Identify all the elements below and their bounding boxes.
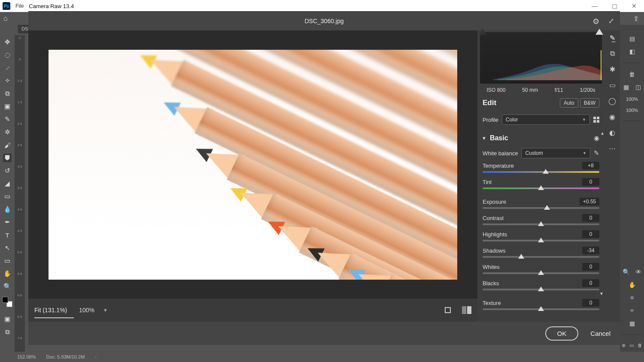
panel-icon[interactable]: ◫ (635, 84, 641, 90)
bw-button[interactable]: B&W (580, 98, 599, 108)
temperature-knob[interactable] (543, 169, 549, 174)
blacks-slider[interactable] (483, 289, 599, 290)
status-chevron-icon[interactable]: › (95, 354, 97, 359)
history-brush-icon[interactable]: ↺ (3, 166, 12, 175)
panel-icon[interactable]: ⊕ (622, 343, 626, 348)
heal-tab-icon[interactable]: ✱ (610, 65, 615, 73)
trash-icon[interactable]: 🗑 (629, 71, 635, 78)
auto-button[interactable]: Auto (560, 98, 578, 108)
edit-tab-icon[interactable]: ✎̲ (610, 34, 615, 42)
highlights-slider[interactable] (483, 240, 599, 241)
stamp-tool-icon[interactable]: ⛊ (3, 154, 12, 162)
whites-knob[interactable] (538, 270, 544, 275)
zoom-tool-icon[interactable]: 🔍 (3, 282, 12, 291)
zoom-100-button[interactable]: 100% (79, 307, 94, 314)
toggle-visibility-icon[interactable]: ◉ (594, 134, 599, 142)
texture-knob[interactable] (538, 306, 544, 311)
window-close-icon[interactable]: ✕ (624, 0, 644, 12)
frame-tool-icon[interactable]: ▣ (3, 102, 12, 111)
fullscreen-icon[interactable]: ⤢ (608, 17, 614, 25)
zoom-panel-icon[interactable]: 🔍 (623, 268, 630, 275)
disclosure-icon[interactable]: ▼ (482, 136, 486, 141)
tint-knob[interactable] (538, 185, 544, 190)
screenmode-icon[interactable]: ⧉ (3, 328, 12, 336)
grid-panel-icon[interactable]: ▦ (629, 320, 635, 327)
eraser-tool-icon[interactable]: ◢ (3, 179, 12, 188)
exposure-value[interactable]: +0.55 (580, 198, 599, 205)
wb-select[interactable]: Custom ▼ (521, 148, 590, 158)
highlights-value[interactable]: 0 (582, 230, 599, 238)
image-preview[interactable] (28, 30, 477, 299)
wand-panel-icon[interactable]: ✧ (629, 307, 635, 314)
profile-browser-icon[interactable] (593, 117, 599, 123)
histogram[interactable] (480, 32, 602, 84)
contrast-knob[interactable] (538, 221, 544, 226)
share-icon[interactable]: ⇪ (633, 15, 639, 23)
temperature-slider[interactable] (483, 171, 599, 173)
wand-tool-icon[interactable]: ✧ (3, 76, 12, 85)
whites-slider[interactable] (483, 272, 599, 274)
brush-tab-icon[interactable]: ◐ (609, 129, 615, 137)
basic-section-title[interactable]: Basic (490, 134, 508, 142)
panel-icon[interactable]: ▭ (629, 343, 634, 348)
blacks-value[interactable]: 0 (582, 279, 599, 287)
eye-panel-icon[interactable]: 👁 (635, 268, 641, 275)
adjust-panel-icon[interactable]: ≡ (630, 294, 634, 301)
highlights-knob[interactable] (538, 238, 544, 242)
profile-select[interactable]: Color ▼ (502, 115, 590, 125)
pen-tool-icon[interactable]: ✒ (3, 218, 12, 226)
ok-button[interactable]: OK (545, 326, 579, 341)
eyedropper-tool-icon[interactable]: ✎ (3, 115, 12, 124)
panel-icon[interactable]: ▦ (623, 84, 629, 90)
fit-zoom-button[interactable]: Fit (131.1%) (34, 307, 67, 314)
contrast-value[interactable]: 0 (582, 214, 599, 222)
shadow-clip-warning-icon[interactable] (479, 29, 486, 35)
contrast-slider[interactable] (483, 223, 599, 225)
type-tool-icon[interactable]: T (3, 231, 12, 239)
cancel-button[interactable]: Cancel (590, 330, 611, 337)
settings-gear-icon[interactable]: ⚙ (592, 17, 599, 26)
zoom-dropdown-icon[interactable]: ▼ (103, 308, 108, 313)
highlight-clip-warning-icon[interactable] (595, 29, 603, 35)
gradient-tool-icon[interactable]: ▭ (3, 192, 12, 201)
texture-slider[interactable] (483, 308, 599, 310)
shadows-value[interactable]: -34 (582, 247, 599, 254)
before-after-split-icon[interactable] (462, 306, 471, 314)
menu-file[interactable]: File (15, 3, 24, 9)
window-maximize-icon[interactable]: ▢ (605, 0, 624, 12)
crop-tool-icon[interactable]: ⧉ (3, 89, 12, 98)
more-tab-icon[interactable]: ⋯ (609, 145, 616, 153)
temperature-value[interactable]: +8 (582, 162, 599, 169)
crop-tab-icon[interactable]: ⧉ (610, 50, 615, 57)
path-tool-icon[interactable]: ↖ (3, 244, 12, 252)
panel-scroll-down-icon[interactable]: ▼ (599, 291, 604, 296)
exposure-slider[interactable] (483, 207, 599, 209)
blacks-knob[interactable] (538, 287, 544, 291)
shape-tool-icon[interactable]: ▭ (3, 256, 12, 265)
shadows-slider[interactable] (483, 256, 599, 258)
mask-tab-icon[interactable]: ▭ (609, 81, 616, 89)
wb-eyedropper-icon[interactable]: ✎ (594, 149, 599, 157)
exposure-knob[interactable] (544, 205, 550, 210)
hand-tool-icon[interactable]: ✋ (3, 269, 12, 278)
texture-value[interactable]: 0 (582, 299, 599, 307)
move-tool-icon[interactable]: ✥ (3, 38, 12, 46)
fg-bg-swatch[interactable] (2, 297, 12, 307)
blur-tool-icon[interactable]: 💧 (3, 205, 12, 214)
before-after-single-icon[interactable] (445, 307, 451, 313)
window-minimize-icon[interactable]: — (585, 0, 605, 12)
brush-tool-icon[interactable]: 🖌 (3, 141, 12, 149)
redeye-tab-icon[interactable]: ◉ (609, 113, 615, 121)
panel-icon[interactable]: ▤ (629, 35, 635, 42)
lasso-tool-icon[interactable]: ⟋ (3, 63, 12, 72)
tint-slider[interactable] (483, 187, 599, 189)
radial-tab-icon[interactable]: ◯ (608, 97, 616, 105)
heal-tool-icon[interactable]: ✲ (3, 128, 12, 136)
panel-icon[interactable]: ◧ (629, 48, 635, 55)
panel-scroll-up-icon[interactable]: ▲ (600, 131, 605, 136)
trash-icon[interactable]: 🗑 (638, 343, 642, 348)
hand-panel-icon[interactable]: ✋ (629, 281, 636, 288)
quickmask-icon[interactable]: ▣ (3, 315, 12, 323)
whites-value[interactable]: 0 (582, 263, 599, 271)
tint-value[interactable]: 0 (582, 178, 599, 186)
